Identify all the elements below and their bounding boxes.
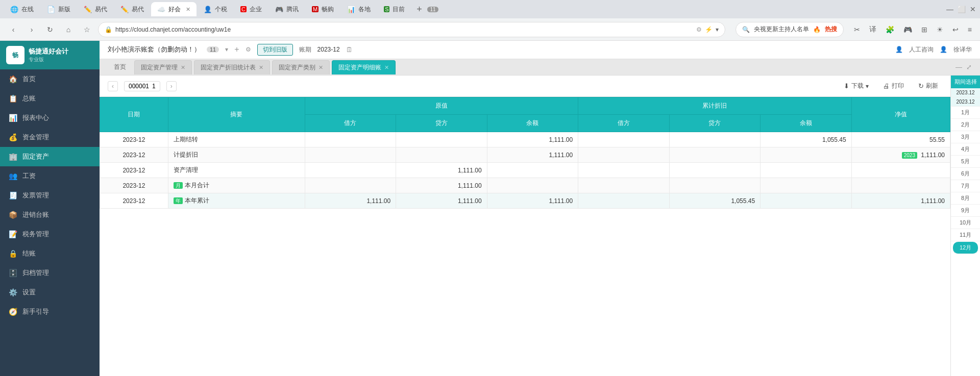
undo-icon[interactable]: ↩ [950,23,961,36]
sidebar-item-tax[interactable]: 📝 税务管理 [0,224,100,244]
period-month-7[interactable]: 7月 [951,180,980,192]
sidebar-item-closing[interactable]: 🔒 结账 [0,244,100,263]
sidebar-item-settings-label: 设置 [22,288,36,297]
prev-page-button[interactable]: ‹ [108,81,118,91]
tab-fixed-asset-mgmt[interactable]: 固定资产管理 ✕ [134,60,192,74]
grid-icon[interactable]: ⊞ [919,23,929,36]
maximize-tab-icon[interactable]: ⤢ [966,63,972,71]
sidebar-item-fixed-assets[interactable]: 🏢 固定资产 [0,147,100,166]
browser-tab-muqian[interactable]: S 目前 [378,2,411,16]
fund-icon: 💰 [8,133,17,142]
minimize-btn[interactable]: — [946,5,953,13]
sidebar-item-archive[interactable]: 🗄️ 归档管理 [0,263,100,283]
period-month-2[interactable]: 2月 [951,119,980,131]
period-month-11[interactable]: 11月 [951,229,980,241]
minimize-tab-icon[interactable]: — [955,63,962,71]
sidebar-item-home[interactable]: 🏠 首页 [0,69,100,89]
col-orig-debit-header: 借方 [305,115,396,132]
browser-tab-chang[interactable]: M 畅购 [306,2,340,16]
period-month-8[interactable]: 8月 [951,192,980,205]
refresh-button[interactable]: ↻ 刷新 [914,80,942,92]
bookmark-button[interactable]: ☆ [80,22,94,37]
close-tab-fixed-asset-detail-icon[interactable]: ✕ [384,64,389,71]
browser-tab-bar: 🌐 在线 📄 新版 ✏️ 易代 ✏️ 易代 ☁️ 好会 ✕ 👤 个税 C 企业 [0,0,980,18]
table-row: 2023-12 年本年累计 1,111.00 1,111.00 1,111.00… [100,193,950,209]
close-tab-fixed-asset-mgmt-icon[interactable]: ✕ [181,64,185,71]
table-row: 2023-12 月本月合计 1,111.00 [100,178,950,193]
browser-tab-online[interactable]: 🌐 在线 [4,2,40,16]
table-row: 2023-12 资产清理 1,111.00 [100,163,950,178]
close-tab-haokuai-icon[interactable]: ✕ [186,6,190,13]
page-index: 1 [152,83,156,90]
fixed-assets-icon: 🏢 [8,152,17,161]
row1-orig-credit [396,132,487,147]
period-month-3[interactable]: 3月 [951,131,980,143]
period-month-9[interactable]: 9月 [951,205,980,217]
data-table: 日期 摘要 原值 累计折旧 净值 借方 贷方 余额 借方 [100,97,950,209]
menu-icon[interactable]: ≡ [966,23,974,36]
sidebar-item-settings[interactable]: ⚙️ 设置 [0,283,100,302]
switch-version-button[interactable]: 切到旧版 [257,44,293,56]
new-tab-button[interactable]: + [412,2,426,16]
period-month-4[interactable]: 4月 [951,143,980,156]
sidebar-item-general-ledger-label: 总账 [22,94,36,103]
browser-tab-qiye[interactable]: C 企业 [234,2,268,16]
edit-period-icon[interactable]: 🗓 [346,46,353,54]
col-summary-header: 摘要 [168,97,305,132]
home-button[interactable]: ⌂ [61,22,76,37]
address-bar[interactable]: 🔒 https://cloud.chanjet.com/accounting/u… [98,22,725,37]
extension-icon[interactable]: 🧩 [884,23,896,36]
sidebar-item-stock[interactable]: 📦 进销台账 [0,205,100,224]
row3-orig-debit [305,163,396,178]
browser-tab-geshui[interactable]: 👤 个税 [198,2,233,16]
close-tab-fixed-asset-category-icon[interactable]: ✕ [318,64,323,71]
sidebar-item-invoice[interactable]: 🧾 发票管理 [0,186,100,205]
browser-tab-new[interactable]: 📄 新版 [41,2,77,16]
browser-tab-haokuai[interactable]: ☁️ 好会 ✕ [151,2,197,16]
tab-fixed-asset-depr[interactable]: 固定资产折旧统计表 ✕ [194,60,270,74]
print-button[interactable]: 🖨 打印 [879,80,908,92]
game-icon[interactable]: 🎮 [901,23,914,36]
search-bar[interactable]: 🔍 央视更新主持人名单 🔥 热搜 [736,22,844,37]
browser-tab-tencent[interactable]: 🎮 腾讯 [269,2,305,16]
translate-icon[interactable]: 译 [867,23,878,36]
expand-account-icon[interactable]: ▾ [225,46,228,53]
tab-fixed-asset-category[interactable]: 固定资产类别 ✕ [272,60,330,74]
period-selector-header[interactable]: 期间选择 [951,76,980,88]
period-month-5[interactable]: 5月 [951,156,980,168]
tab-home-label: 首页 [114,63,126,71]
service-label[interactable]: 人工咨询 [909,45,934,54]
dropdown-icon[interactable]: ▾ [716,26,719,33]
download-button[interactable]: ⬇ 下载 ▾ [840,80,873,92]
add-account-icon[interactable]: + [234,45,239,54]
next-page-button[interactable]: › [166,81,177,91]
account-count-badge: 11 [207,46,219,53]
sidebar-item-reports[interactable]: 📊 报表中心 [0,108,100,128]
forward-button[interactable]: › [24,22,39,37]
period-month-12[interactable]: 12月 [953,242,978,254]
browser-tab-gedi[interactable]: 📊 各地 [341,2,377,16]
download-dropdown-icon[interactable]: ▾ [866,83,869,90]
settings-account-icon[interactable]: ⚙ [246,46,251,53]
period-value: 2023-12 [317,46,340,53]
tab-home[interactable]: 首页 [108,60,132,74]
close-window-btn[interactable]: ✕ [970,5,976,13]
close-tab-fixed-asset-depr-icon[interactable]: ✕ [259,64,263,71]
row1-date: 2023-12 [100,132,168,147]
scissors-icon[interactable]: ✂ [852,23,862,36]
period-month-6[interactable]: 6月 [951,168,980,180]
period-month-10[interactable]: 10月 [951,217,980,229]
restore-btn[interactable]: ⬜ [958,6,966,13]
sidebar-item-fund[interactable]: 💰 资金管理 [0,128,100,147]
refresh-button[interactable]: ↻ [43,22,57,37]
browser-tab-yidai2[interactable]: ✏️ 易代 [114,2,150,16]
sidebar-item-guide[interactable]: 🧭 新手引导 [0,302,100,321]
browser-tab-yidai1[interactable]: ✏️ 易代 [78,2,113,16]
brightness-icon[interactable]: ☀ [935,23,945,36]
sidebar-item-general-ledger[interactable]: 📋 总账 [0,89,100,108]
user-name[interactable]: 徐译华 [953,45,972,54]
sidebar-item-payroll[interactable]: 👥 工资 [0,166,100,186]
back-button[interactable]: ‹ [6,22,20,37]
period-month-1[interactable]: 1月 [951,107,980,119]
tab-fixed-asset-detail[interactable]: 固定资产明细账 ✕ [332,60,396,74]
